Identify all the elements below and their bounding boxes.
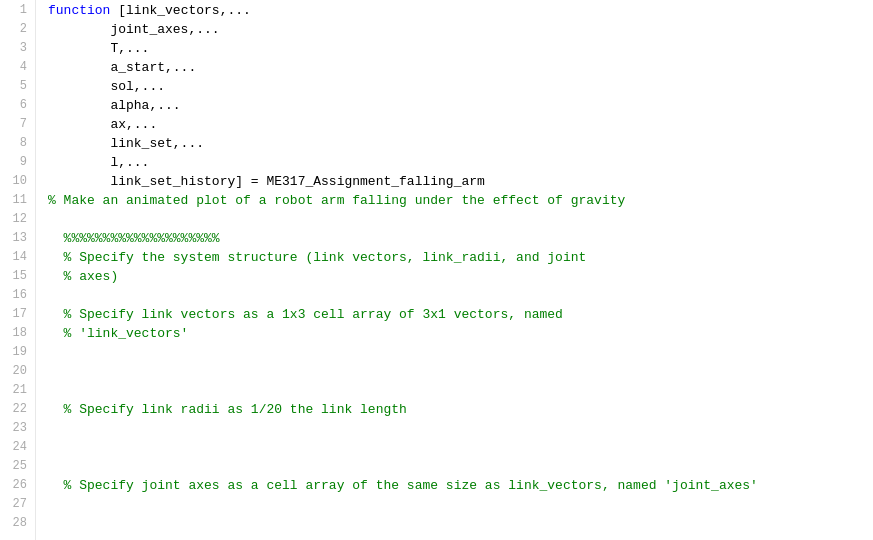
- code-token: %%%%%%%%%%%%%%%%%%%%: [48, 231, 220, 246]
- code-line: [48, 210, 873, 229]
- line-number: 15: [0, 267, 27, 286]
- code-token: % Specify link radii as 1/20 the link le…: [48, 402, 407, 417]
- code-line: [48, 457, 873, 476]
- line-number: 22: [0, 400, 27, 419]
- code-token: sol,...: [48, 79, 165, 94]
- line-number: 9: [0, 153, 27, 172]
- line-number: 13: [0, 229, 27, 248]
- code-editor: 1234567891011121314151617181920212223242…: [0, 0, 873, 540]
- code-line: % Specify the system structure (link vec…: [48, 248, 873, 267]
- code-line: [48, 362, 873, 381]
- code-line: % Specify link vectors as a 1x3 cell arr…: [48, 305, 873, 324]
- line-number: 18: [0, 324, 27, 343]
- line-number: 12: [0, 210, 27, 229]
- line-number: 8: [0, 134, 27, 153]
- line-number: 17: [0, 305, 27, 324]
- code-line: [48, 419, 873, 438]
- code-token: % Specify the system structure (link vec…: [48, 250, 586, 265]
- code-token: link_set_history] = ME317_Assignment_fal…: [48, 174, 485, 189]
- code-line: % Specify link radii as 1/20 the link le…: [48, 400, 873, 419]
- code-line: [48, 514, 873, 533]
- code-line: % 'link_vectors': [48, 324, 873, 343]
- code-token: % Make an animated plot of a robot arm f…: [48, 193, 625, 208]
- code-token: a_start,...: [48, 60, 196, 75]
- line-number: 16: [0, 286, 27, 305]
- line-number: 20: [0, 362, 27, 381]
- line-number: 27: [0, 495, 27, 514]
- line-number: 10: [0, 172, 27, 191]
- code-line: % axes): [48, 267, 873, 286]
- line-number: 4: [0, 58, 27, 77]
- code-token: link_set,...: [48, 136, 204, 151]
- line-number: 14: [0, 248, 27, 267]
- code-line: function [link_vectors,...: [48, 1, 873, 20]
- code-token: function: [48, 3, 110, 18]
- code-line: [48, 286, 873, 305]
- line-number: 21: [0, 381, 27, 400]
- code-line: [48, 438, 873, 457]
- code-line: link_set_history] = ME317_Assignment_fal…: [48, 172, 873, 191]
- code-token: ax,...: [48, 117, 157, 132]
- code-line: joint_axes,...: [48, 20, 873, 39]
- code-line: link_set,...: [48, 134, 873, 153]
- code-line: alpha,...: [48, 96, 873, 115]
- code-token: [link_vectors,...: [110, 3, 250, 18]
- code-line: ax,...: [48, 115, 873, 134]
- code-token: % axes): [48, 269, 118, 284]
- line-number: 3: [0, 39, 27, 58]
- line-number: 2: [0, 20, 27, 39]
- code-line: % Specify joint axes as a cell array of …: [48, 476, 873, 495]
- line-number-column: 1234567891011121314151617181920212223242…: [0, 0, 36, 540]
- code-token: joint_axes,...: [48, 22, 220, 37]
- line-number: 11: [0, 191, 27, 210]
- line-number: 1: [0, 1, 27, 20]
- code-line: %%%%%%%%%%%%%%%%%%%%: [48, 229, 873, 248]
- code-line: l,...: [48, 153, 873, 172]
- code-line: [48, 495, 873, 514]
- line-number: 5: [0, 77, 27, 96]
- code-line: sol,...: [48, 77, 873, 96]
- code-token: T,...: [48, 41, 149, 56]
- line-number: 19: [0, 343, 27, 362]
- code-token: % Specify joint axes as a cell array of …: [48, 478, 758, 493]
- code-token: % Specify link vectors as a 1x3 cell arr…: [48, 307, 563, 322]
- code-token: % 'link_vectors': [48, 326, 188, 341]
- code-token: alpha,...: [48, 98, 181, 113]
- code-line: [48, 381, 873, 400]
- line-number: 23: [0, 419, 27, 438]
- code-line: [48, 343, 873, 362]
- line-number: 28: [0, 514, 27, 533]
- code-line: T,...: [48, 39, 873, 58]
- code-token: l,...: [48, 155, 149, 170]
- line-number: 26: [0, 476, 27, 495]
- line-number: 25: [0, 457, 27, 476]
- code-line: a_start,...: [48, 58, 873, 77]
- line-number: 24: [0, 438, 27, 457]
- line-number: 6: [0, 96, 27, 115]
- line-number: 7: [0, 115, 27, 134]
- code-content[interactable]: function [link_vectors,... joint_axes,..…: [36, 0, 873, 540]
- code-line: % Make an animated plot of a robot arm f…: [48, 191, 873, 210]
